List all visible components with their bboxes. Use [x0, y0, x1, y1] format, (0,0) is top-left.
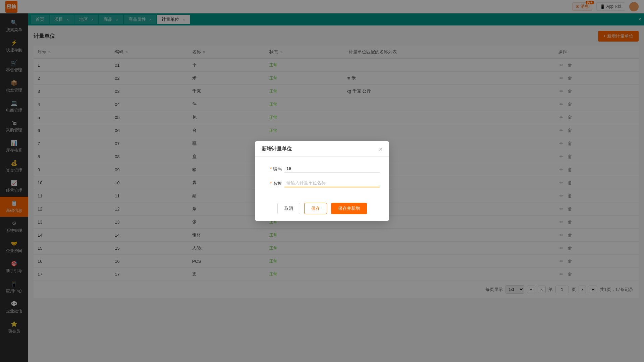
form-row-code: * 编码 [264, 165, 380, 173]
modal-overlay[interactable]: 新增计量单位 × * 编码 * 名称 取消 保存 保存并新增 [0, 0, 644, 362]
modal-body: * 编码 * 名称 [255, 157, 389, 199]
cancel-button[interactable]: 取消 [277, 203, 300, 214]
required-mark-name: * [270, 181, 272, 186]
modal-header: 新增计量单位 × [255, 141, 389, 157]
modal-footer: 取消 保存 保存并新增 [255, 199, 389, 221]
form-row-name: * 名称 [264, 179, 380, 187]
add-unit-modal: 新增计量单位 × * 编码 * 名称 取消 保存 保存并新增 [255, 141, 389, 221]
save-button[interactable]: 保存 [304, 203, 327, 214]
save-and-new-button[interactable]: 保存并新增 [331, 203, 367, 214]
name-label: * 名称 [264, 180, 284, 186]
code-input[interactable] [284, 165, 380, 173]
code-label: * 编码 [264, 166, 284, 172]
required-mark: * [270, 166, 272, 171]
modal-close-button[interactable]: × [379, 146, 382, 152]
name-input[interactable] [284, 179, 380, 187]
modal-title: 新增计量单位 [262, 146, 292, 152]
